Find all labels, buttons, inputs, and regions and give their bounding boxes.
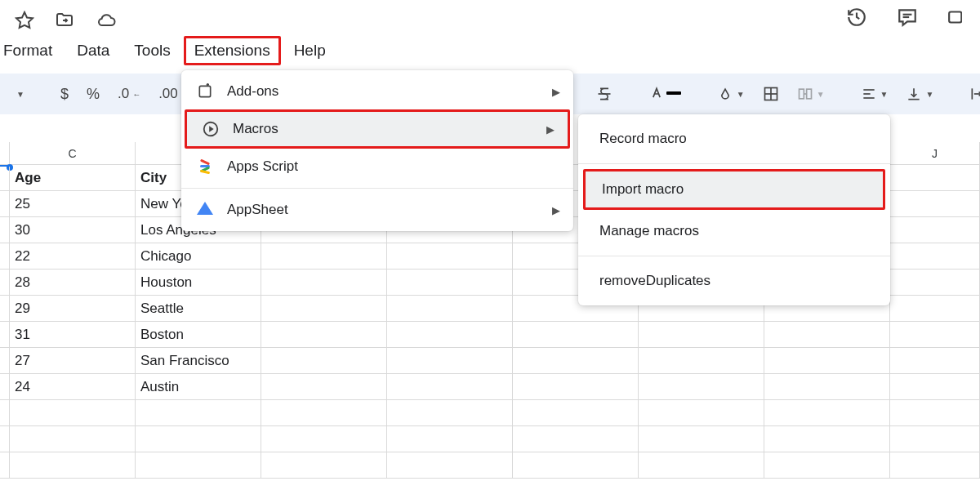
cell[interactable] xyxy=(387,270,513,295)
cell[interactable] xyxy=(639,322,764,347)
cell[interactable] xyxy=(513,322,639,347)
cell[interactable] xyxy=(764,426,890,452)
cell[interactable] xyxy=(10,426,136,452)
cell[interactable] xyxy=(136,426,261,452)
cell[interactable] xyxy=(261,426,387,452)
cell[interactable] xyxy=(261,452,387,478)
cell[interactable] xyxy=(136,452,261,478)
cell[interactable] xyxy=(890,270,980,295)
star-icon[interactable] xyxy=(15,11,34,30)
cell[interactable] xyxy=(387,243,513,269)
text-wrap-icon[interactable]: ▼ xyxy=(963,82,980,105)
menu-extensions[interactable]: Extensions xyxy=(184,36,281,65)
cell[interactable] xyxy=(10,452,136,478)
fill-color-icon[interactable]: ▼ xyxy=(710,82,751,105)
history-icon[interactable] xyxy=(846,7,867,28)
cell[interactable]: Chicago xyxy=(136,243,261,269)
format-percent-button[interactable]: % xyxy=(80,82,106,106)
table-row[interactable] xyxy=(0,400,980,426)
cell[interactable] xyxy=(890,348,980,373)
meet-partial-icon[interactable] xyxy=(947,7,962,28)
table-row[interactable]: 31Boston xyxy=(0,322,980,348)
comment-icon[interactable] xyxy=(897,7,918,28)
cell[interactable]: 29 xyxy=(10,296,136,321)
decrease-decimal-button[interactable]: .0← xyxy=(111,82,147,105)
cell[interactable] xyxy=(639,426,764,452)
format-currency-button[interactable]: $ xyxy=(54,82,75,106)
cell[interactable] xyxy=(639,374,764,399)
cell[interactable] xyxy=(261,322,387,347)
v-align-icon[interactable]: ▼ xyxy=(899,82,940,105)
strikethrough-icon[interactable] xyxy=(590,82,619,105)
cell[interactable] xyxy=(639,348,764,373)
cloud-status-icon[interactable] xyxy=(95,11,118,30)
submenu-import-macro[interactable]: Import macro xyxy=(583,169,885,210)
cell[interactable] xyxy=(513,400,639,425)
h-align-icon[interactable]: ▼ xyxy=(854,82,895,105)
cell[interactable] xyxy=(513,452,639,478)
cell[interactable] xyxy=(764,452,890,478)
cell[interactable] xyxy=(639,452,764,478)
cell[interactable]: Seattle xyxy=(136,296,261,321)
cell[interactable]: 27 xyxy=(10,348,136,373)
cell[interactable] xyxy=(387,426,513,452)
cell[interactable] xyxy=(261,400,387,425)
menu-item-appsheet[interactable]: AppSheet ▶ xyxy=(181,194,573,226)
menu-item-apps-script[interactable]: Apps Script xyxy=(181,150,573,183)
table-row[interactable] xyxy=(0,452,980,479)
merge-cells-icon[interactable]: ▼ xyxy=(791,82,831,105)
menu-format[interactable]: Format xyxy=(0,37,64,65)
submenu-record-macro[interactable]: Record macro xyxy=(578,119,890,158)
cell[interactable] xyxy=(890,374,980,399)
cell[interactable]: 22 xyxy=(10,243,136,269)
menu-data[interactable]: Data xyxy=(65,37,121,65)
cell[interactable] xyxy=(10,400,136,425)
menu-item-addons[interactable]: Add-ons ▶ xyxy=(181,75,573,108)
cell[interactable] xyxy=(890,322,980,347)
cell[interactable] xyxy=(387,400,513,425)
cell[interactable] xyxy=(261,374,387,399)
cell[interactable] xyxy=(261,348,387,373)
header-age[interactable]: Age xyxy=(10,165,136,190)
submenu-manage-macros[interactable]: Manage macros xyxy=(578,212,890,251)
col-header-j[interactable]: J xyxy=(890,142,980,164)
menu-help[interactable]: Help xyxy=(283,37,337,65)
toolbar-caret-left[interactable]: ▼ xyxy=(8,87,31,102)
move-folder-icon[interactable] xyxy=(54,11,75,30)
cell[interactable]: San Francisco xyxy=(136,348,261,373)
cell[interactable] xyxy=(513,426,639,452)
cell[interactable] xyxy=(261,296,387,321)
cell[interactable] xyxy=(387,296,513,321)
cell[interactable]: Boston xyxy=(136,322,261,347)
cell[interactable] xyxy=(890,426,980,452)
cell[interactable] xyxy=(513,348,639,373)
table-row[interactable] xyxy=(0,426,980,452)
menu-item-macros[interactable]: Macros ▶ xyxy=(185,109,570,149)
cell[interactable] xyxy=(890,191,980,216)
cell[interactable]: Houston xyxy=(136,270,261,295)
cell[interactable] xyxy=(890,296,980,321)
borders-icon[interactable] xyxy=(756,82,786,105)
cell[interactable] xyxy=(890,217,980,243)
cell[interactable]: 30 xyxy=(10,217,136,243)
cell[interactable] xyxy=(764,400,890,425)
cell[interactable]: 31 xyxy=(10,322,136,347)
cell[interactable] xyxy=(513,374,639,399)
cell[interactable] xyxy=(136,400,261,425)
cell[interactable] xyxy=(890,243,980,269)
cell[interactable]: 28 xyxy=(10,270,136,295)
cell[interactable] xyxy=(387,322,513,347)
cell[interactable]: 24 xyxy=(10,374,136,399)
cell[interactable]: Austin xyxy=(136,374,261,399)
table-row[interactable]: 27San Francisco xyxy=(0,348,980,374)
submenu-custom-macro-removeduplicates[interactable]: removeDuplicates xyxy=(578,261,890,301)
cell[interactable] xyxy=(387,348,513,373)
cell[interactable] xyxy=(764,348,890,373)
cell[interactable] xyxy=(764,374,890,399)
menu-tools[interactable]: Tools xyxy=(122,37,181,65)
cell[interactable] xyxy=(764,322,890,347)
table-row[interactable]: 24Austin xyxy=(0,374,980,400)
text-color-icon[interactable] xyxy=(642,82,688,106)
cell[interactable] xyxy=(261,270,387,295)
cell[interactable] xyxy=(890,400,980,425)
